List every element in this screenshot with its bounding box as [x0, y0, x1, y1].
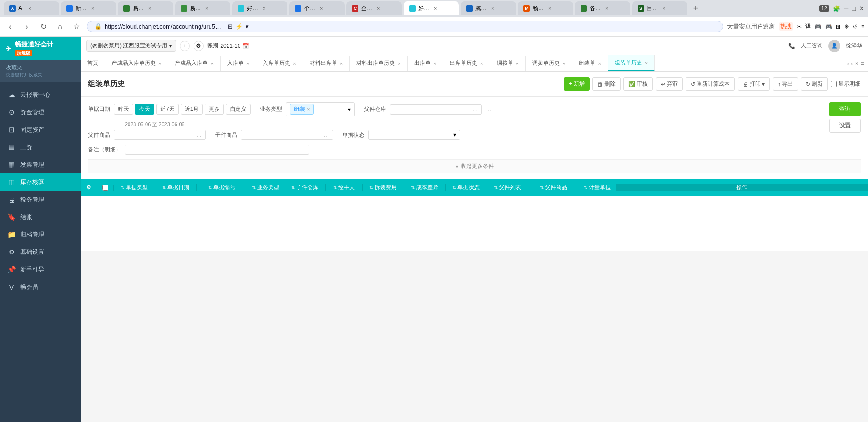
tab-close-icon[interactable]: ×	[211, 61, 213, 66]
sidebar-item-cloud-report[interactable]: ☁ 云报表中心	[0, 86, 81, 104]
tab-close[interactable]: ×	[605, 6, 608, 11]
tab-close-icon[interactable]: ×	[340, 61, 343, 66]
child-goods-input[interactable]	[245, 132, 322, 138]
date-btn-custom[interactable]: 自定义	[226, 104, 251, 115]
date-btn-more[interactable]: 更多	[205, 104, 224, 115]
browser-tab-yi1[interactable]: 易… ×	[118, 1, 173, 15]
date-btn-7days[interactable]: 近7天	[156, 104, 179, 115]
sidebar-item-payroll[interactable]: ▤ 工资	[0, 139, 81, 156]
parent-warehouse-input[interactable]	[394, 106, 470, 113]
tab-nav-next[interactable]: ›	[851, 60, 853, 67]
tab-close[interactable]: ×	[663, 6, 665, 11]
browser-tab-ge[interactable]: 个… ×	[289, 1, 345, 15]
refresh-button[interactable]: ↻ 刷新	[801, 77, 828, 91]
browser-tab-qi[interactable]: C 企… ×	[346, 1, 402, 15]
undo-icon[interactable]: ↺	[853, 23, 857, 30]
sidebar-item-invoice[interactable]: ▦ 发票管理	[0, 156, 81, 173]
collapse-bar[interactable]: ∧ 收起更多条件	[88, 159, 861, 173]
minimize-button[interactable]: ─	[844, 5, 848, 12]
maximize-button[interactable]: □	[852, 5, 856, 12]
th-handler[interactable]: ⇅ 经手人	[326, 184, 363, 191]
extensions-icon[interactable]: 🧩	[833, 5, 840, 12]
browser-tab-teng[interactable]: 腾… ×	[461, 1, 516, 15]
tab-close[interactable]: ×	[28, 6, 31, 11]
forward-button[interactable]: ›	[20, 20, 33, 33]
browser-tab-chang[interactable]: M 畅… ×	[518, 1, 573, 15]
print-button[interactable]: 🖨 打印 ▾	[738, 77, 770, 91]
th-biz-type[interactable]: ⇅ 业务类型	[247, 184, 284, 191]
th-date[interactable]: ⇅ 单据日期	[155, 184, 197, 191]
settings-gear-button[interactable]: ⚙	[194, 41, 204, 51]
query-button[interactable]: 查询	[829, 102, 861, 116]
address-bar[interactable]: 🔒 https://cloud.chanjet.com/accounting/u…	[87, 21, 723, 32]
tab-close-icon[interactable]: ×	[480, 61, 483, 66]
th-parent-goods[interactable]: ⇅ 父件商品	[528, 184, 579, 191]
browser-tab-hao1[interactable]: 好… ×	[232, 1, 287, 15]
parent-goods-more-icon[interactable]: …	[196, 132, 202, 138]
select-all-checkbox[interactable]	[102, 185, 108, 191]
game-icon1[interactable]: 🎮	[815, 23, 821, 30]
tab-close-all[interactable]: ×	[855, 60, 859, 67]
th-type[interactable]: ⇅ 单据类型	[114, 184, 155, 191]
company-selector[interactable]: (勿删勿禁用) 江西服宝测试专用 ▾	[86, 40, 176, 52]
tab-close[interactable]: ×	[434, 6, 437, 11]
tab-close[interactable]: ×	[148, 6, 151, 11]
parent-goods-input[interactable]	[118, 132, 194, 138]
grid-icon[interactable]: ⊞	[836, 23, 840, 30]
browser-tab-yi2[interactable]: 易… ×	[175, 1, 230, 15]
export-button[interactable]: ↑ 导出	[773, 77, 798, 91]
tab-close-icon[interactable]: ×	[434, 61, 436, 66]
page-tab-finished[interactable]: 产成品入库单 ×	[168, 56, 220, 71]
sidebar-item-inventory[interactable]: ◫ 库存核算	[0, 173, 81, 191]
audit-button[interactable]: ✅ 审核	[623, 77, 653, 91]
tab-close-icon[interactable]: ×	[158, 61, 161, 66]
browser-tab-mu[interactable]: S 目… ×	[632, 1, 687, 15]
game-icon2[interactable]: 🎮	[825, 23, 832, 30]
tab-nav-prev[interactable]: ‹	[847, 60, 849, 67]
close-button[interactable]: ✕	[859, 5, 864, 12]
qr-icon[interactable]: ⊞	[228, 23, 233, 30]
page-tab-assembly[interactable]: 组装单 ×	[572, 56, 608, 71]
sidebar-item-checkout[interactable]: 🔖 结账	[0, 208, 81, 226]
biz-type-dropdown-icon[interactable]: ▾	[348, 106, 351, 113]
th-sub-warehouse[interactable]: ⇅ 子件仓库	[284, 184, 326, 191]
page-tab-material-out[interactable]: 材料出库单 ×	[303, 56, 350, 71]
tab-close-icon[interactable]: ×	[246, 61, 249, 66]
th-settings[interactable]: ⚙	[81, 184, 97, 191]
page-tab-inbound-history[interactable]: 入库单历史 ×	[256, 56, 303, 71]
date-btn-1month[interactable]: 近1月	[181, 104, 203, 115]
page-tab-assembly-history[interactable]: 组装单历史 ×	[608, 55, 655, 71]
home-button[interactable]: ⌂	[53, 20, 66, 33]
chevron-down-icon[interactable]: ▾	[246, 23, 249, 30]
recalculate-button[interactable]: ↺ 重新计算成本	[686, 77, 735, 91]
tab-nav-menu[interactable]: ≡	[861, 60, 864, 67]
th-parent-list[interactable]: ⇅ 父件列表	[487, 184, 528, 191]
sidebar-item-settings[interactable]: ⚙ 基础设置	[0, 243, 81, 261]
tab-close[interactable]: ×	[263, 6, 265, 11]
sidebar-item-archive[interactable]: 📁 归档管理	[0, 226, 81, 243]
th-number[interactable]: ⇅ 单据编号	[197, 184, 247, 191]
tab-close-icon[interactable]: ×	[563, 61, 565, 66]
delete-button[interactable]: 🗑 删除	[592, 77, 621, 91]
back-button[interactable]: ‹	[4, 20, 17, 33]
tab-close-icon[interactable]: ×	[398, 61, 400, 66]
scissors-icon[interactable]: ✂	[797, 23, 802, 30]
date-btn-today[interactable]: 今天	[135, 104, 154, 115]
status-dropdown-icon[interactable]: ▾	[453, 132, 456, 138]
translate-icon[interactable]: 译	[805, 23, 811, 30]
sidebar-item-guide[interactable]: 📌 新手引导	[0, 261, 81, 278]
page-tab-transfer-history[interactable]: 调拨单历史 ×	[526, 56, 572, 71]
sidebar-item-vip[interactable]: V 畅会员	[0, 278, 81, 296]
settings-button[interactable]: 设置	[829, 119, 861, 133]
new-tab-button[interactable]: +	[689, 2, 702, 15]
tab-close[interactable]: ×	[491, 6, 494, 11]
tab-close[interactable]: ×	[377, 6, 380, 11]
filter-more-icon[interactable]: …	[486, 106, 491, 113]
page-tab-home[interactable]: 首页	[81, 56, 105, 71]
th-cost-diff[interactable]: ⇅ 成本差异	[404, 184, 446, 191]
parent-warehouse-more-icon[interactable]: …	[472, 106, 478, 113]
page-tab-outbound-history[interactable]: 出库单历史 ×	[443, 56, 490, 71]
th-status[interactable]: ⇅ 单据状态	[446, 184, 487, 191]
tab-close-active-icon[interactable]: ×	[645, 60, 648, 66]
th-checkbox[interactable]	[97, 185, 114, 191]
